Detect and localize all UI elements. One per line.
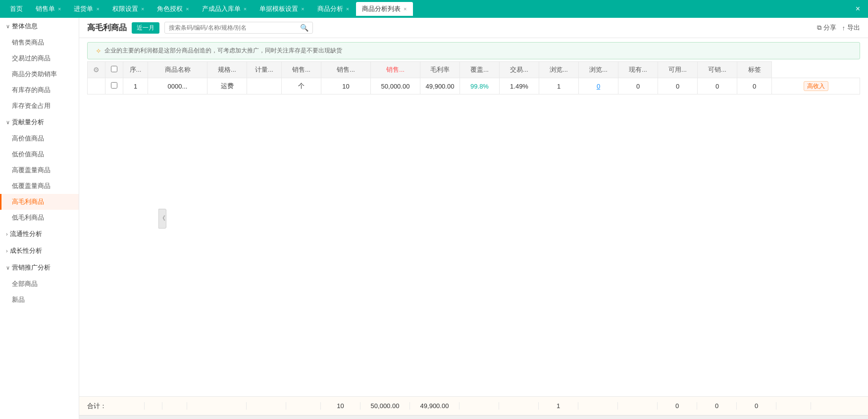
footer-cells: 1050,000.0049,900.001000 bbox=[127, 402, 860, 410]
arrow-icon-growth: › bbox=[6, 248, 8, 254]
share-button[interactable]: ⧉ 分享 bbox=[817, 23, 836, 32]
close-tab-product-inbound[interactable]: × bbox=[244, 6, 247, 12]
footer-cell: 0 bbox=[697, 402, 737, 410]
tab-sales-order[interactable]: 销售单 × bbox=[30, 2, 67, 16]
cell-code: 0000... bbox=[148, 78, 207, 94]
sidebar-item-stock-goods[interactable]: 有库存的商品 bbox=[0, 82, 79, 98]
sidebar-item-low-margin[interactable]: 低毛利商品 bbox=[0, 210, 79, 226]
footer-cell: 10 bbox=[321, 402, 360, 410]
footer-cell bbox=[286, 402, 321, 410]
sidebar: ∨ 整体信息 销售类商品 交易过的商品 商品分类助销率 有库存的商品 库存资金占… bbox=[0, 18, 79, 419]
cell-available: 0 bbox=[698, 78, 737, 94]
sidebar-item-low-coverage[interactable]: 低覆盖量商品 bbox=[0, 178, 79, 194]
cell-coverage: 1.49% bbox=[500, 78, 539, 94]
sidebar-item-new-goods[interactable]: 新品 bbox=[0, 292, 79, 308]
arrow-icon-contribution: ∨ bbox=[6, 119, 10, 126]
search-icon[interactable]: 🔍 bbox=[300, 24, 308, 32]
sidebar-group-growth[interactable]: › 成长性分析 bbox=[0, 242, 79, 259]
tab-product-inbound[interactable]: 产成品入库单 × bbox=[196, 2, 253, 16]
col-browse1: 浏览... bbox=[539, 62, 579, 78]
footer-cell bbox=[776, 402, 811, 410]
cell-transaction: 1 bbox=[539, 78, 579, 94]
col-spec: 规格... bbox=[207, 62, 247, 78]
content-header: 高毛利商品 近一月 🔍 ⧉ 分享 ↑ 导出 bbox=[79, 18, 868, 38]
sidebar-item-traded-goods[interactable]: 交易过的商品 bbox=[0, 50, 79, 66]
footer-cell bbox=[162, 402, 187, 410]
tab-role-auth[interactable]: 角色授权 × bbox=[151, 2, 195, 16]
cell-tag: 高收入 bbox=[772, 78, 860, 94]
cell-browse1[interactable]: 0 bbox=[579, 78, 618, 94]
col-sales-amount: 销售... bbox=[321, 62, 371, 78]
search-input[interactable] bbox=[169, 24, 300, 31]
table-wrapper[interactable]: ⚙ 序... 商品名称 规格... 计量... 销售... 销售... 销售..… bbox=[79, 61, 868, 396]
table-row: 1 0000... 运费 个 10 50,000.00 49,900.00 99… bbox=[88, 78, 860, 94]
info-banner: ✧ 企业的主要的利润都是这部分商品创造的，可考虑加大推广，同时关注库存是不要出现… bbox=[87, 42, 860, 59]
search-box: 🔍 bbox=[164, 22, 313, 34]
footer-cell bbox=[127, 402, 145, 410]
close-tab-purchase-order[interactable]: × bbox=[96, 6, 99, 12]
sidebar-group-liquidity[interactable]: › 流通性分析 bbox=[0, 226, 79, 242]
export-button[interactable]: ↑ 导出 bbox=[842, 23, 861, 32]
cell-settings bbox=[88, 78, 105, 94]
footer-cell: 0 bbox=[737, 402, 776, 410]
cell-sales-qty: 10 bbox=[321, 78, 371, 94]
col-tag: 标签 bbox=[737, 62, 772, 78]
sidebar-group-overall[interactable]: ∨ 整体信息 bbox=[0, 18, 79, 35]
close-all-button[interactable]: × bbox=[852, 4, 864, 13]
sidebar-item-high-value[interactable]: 高价值商品 bbox=[0, 131, 79, 146]
tab-purchase-order[interactable]: 进货单 × bbox=[68, 2, 105, 16]
col-settings[interactable]: ⚙ bbox=[88, 62, 105, 78]
sidebar-group-marketing[interactable]: ∨ 营销推广分析 bbox=[0, 259, 79, 276]
top-navigation: 首页 销售单 × 进货单 × 权限设置 × 角色授权 × 产成品入库单 × 单据… bbox=[0, 0, 868, 18]
cell-spec bbox=[247, 78, 282, 94]
close-tab-template-settings[interactable]: × bbox=[301, 6, 304, 12]
tab-product-analysis-list[interactable]: 商品分析列表 × bbox=[356, 2, 412, 16]
select-all-checkbox[interactable] bbox=[111, 66, 117, 72]
sidebar-item-sales-goods[interactable]: 销售类商品 bbox=[0, 35, 79, 50]
tab-permission-settings[interactable]: 权限设置 × bbox=[106, 2, 150, 16]
sidebar-item-category-assist-rate[interactable]: 商品分类助销率 bbox=[0, 66, 79, 82]
tag-badge: 高收入 bbox=[804, 81, 828, 91]
close-tab-product-analysis[interactable]: × bbox=[346, 6, 349, 12]
col-sales-qty: 销售... bbox=[282, 62, 321, 78]
tab-template-settings[interactable]: 单据模板设置 × bbox=[254, 2, 310, 16]
sidebar-item-all-goods[interactable]: 全部商品 bbox=[0, 276, 79, 292]
page-title: 高毛利商品 bbox=[87, 23, 127, 33]
footer-cell bbox=[499, 402, 539, 410]
period-button[interactable]: 近一月 bbox=[132, 22, 159, 34]
close-tab-permission-settings[interactable]: × bbox=[141, 6, 144, 12]
col-name: 商品名称 bbox=[148, 62, 207, 78]
content-area: 《 高毛利商品 近一月 🔍 ⧉ 分享 ↑ 导出 ✧ bbox=[79, 18, 868, 419]
col-checkbox bbox=[105, 62, 123, 78]
sidebar-item-high-coverage[interactable]: 高覆盖量商品 bbox=[0, 162, 79, 178]
tab-home[interactable]: 首页 bbox=[4, 2, 29, 16]
col-browse2: 浏览... bbox=[579, 62, 618, 78]
data-table: ⚙ 序... 商品名称 规格... 计量... 销售... 销售... 销售..… bbox=[87, 61, 860, 94]
cell-index: 1 bbox=[123, 78, 148, 94]
cell-sales-cost: 49,900.00 bbox=[420, 78, 460, 94]
sidebar-item-high-margin[interactable]: 高毛利商品 bbox=[0, 194, 79, 210]
arrow-icon: ∨ bbox=[6, 23, 10, 30]
footer-cell bbox=[578, 402, 618, 410]
tab-product-analysis[interactable]: 商品分析 × bbox=[311, 2, 355, 16]
arrow-icon-marketing: ∨ bbox=[6, 265, 10, 271]
sidebar-group-contribution[interactable]: ∨ 贡献量分析 bbox=[0, 114, 79, 131]
sidebar-item-low-value[interactable]: 低价值商品 bbox=[0, 146, 79, 162]
cell-gross-rate: 99.8% bbox=[460, 78, 500, 94]
footer-label: 合计： bbox=[87, 402, 127, 411]
close-tab-sales-order[interactable]: × bbox=[58, 6, 61, 12]
col-unit: 计量... bbox=[247, 62, 282, 78]
close-tab-role-auth[interactable]: × bbox=[186, 6, 189, 12]
cell-checkbox bbox=[105, 78, 123, 94]
settings-icon[interactable]: ⚙ bbox=[93, 66, 100, 74]
row-checkbox[interactable] bbox=[111, 82, 117, 89]
sidebar-item-inventory-fund[interactable]: 库存资金占用 bbox=[0, 98, 79, 114]
close-tab-product-analysis-list[interactable]: × bbox=[404, 6, 407, 12]
cell-browse2: 0 bbox=[618, 78, 658, 94]
sidebar-collapse-button[interactable]: 《 bbox=[158, 209, 166, 229]
col-transaction: 交易... bbox=[500, 62, 539, 78]
col-index: 序... bbox=[123, 62, 148, 78]
bottom-scrollbar[interactable] bbox=[79, 415, 868, 419]
export-icon: ↑ bbox=[842, 24, 846, 32]
footer-cell: 50,000.00 bbox=[360, 402, 410, 410]
